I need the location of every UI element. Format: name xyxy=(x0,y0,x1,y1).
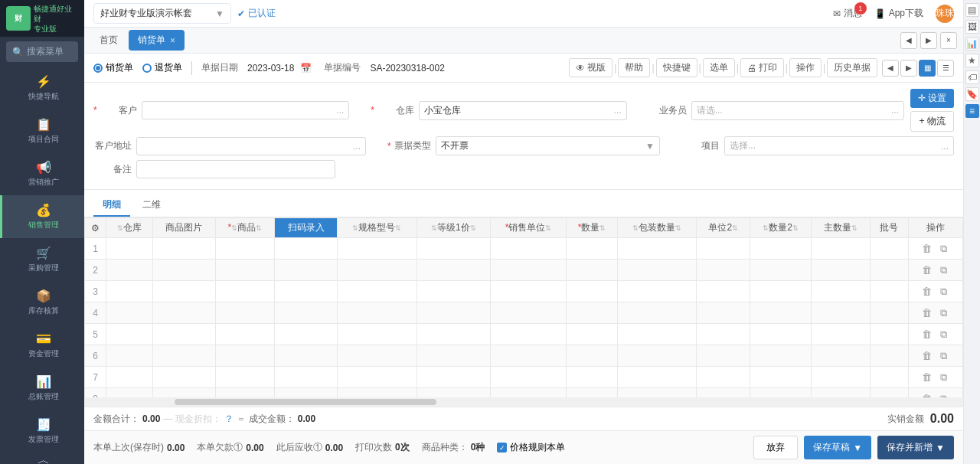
save-new-dropdown-icon[interactable]: ▼ xyxy=(936,443,945,453)
col-scan-header[interactable]: 扫码录入 xyxy=(275,218,338,238)
row-cell-7[interactable] xyxy=(491,388,567,398)
row-cell-4[interactable] xyxy=(275,345,338,367)
sidebar-item-quicknav[interactable]: ⚡ 快捷导航 xyxy=(0,67,84,109)
save-new-button[interactable]: 保存并新增 ▼ xyxy=(877,436,954,459)
row-delete-btn[interactable]: 🗑 xyxy=(920,306,934,320)
sidebar-item-finance[interactable]: 💳 资金管理 xyxy=(0,324,84,367)
warehouse-dots[interactable]: ... xyxy=(614,105,622,116)
row-cell-11[interactable] xyxy=(750,324,811,345)
row-cell-5[interactable] xyxy=(338,260,417,281)
row-cell-2[interactable] xyxy=(152,345,215,367)
row-cell-12[interactable] xyxy=(812,260,871,281)
row-cell-13[interactable] xyxy=(870,260,908,281)
row-cell-8[interactable] xyxy=(567,345,618,367)
row-cell-5[interactable] xyxy=(338,302,417,324)
row-cell-6[interactable] xyxy=(416,260,490,281)
salesperson-dots[interactable]: ... xyxy=(891,105,899,116)
row-cell-1[interactable] xyxy=(106,388,153,398)
row-cell-3[interactable] xyxy=(215,324,275,345)
row-actions-cell[interactable]: 🗑 ⧉ xyxy=(908,238,962,260)
rt-btn-active[interactable]: ≡ xyxy=(965,104,979,118)
sidebar-item-tax[interactable]: 🏛 税务管理 xyxy=(0,453,84,464)
history-button[interactable]: 历史单据 xyxy=(827,58,877,77)
row-cell-4[interactable] xyxy=(275,260,338,281)
row-cell-4[interactable] xyxy=(275,238,338,260)
row-cell-7[interactable] xyxy=(491,367,567,388)
row-cell-7[interactable] xyxy=(491,345,567,367)
project-dots[interactable]: ... xyxy=(941,141,949,152)
row-cell-3[interactable] xyxy=(215,388,275,398)
radio-sales-order[interactable]: 销货单 xyxy=(93,61,133,74)
app-download-button[interactable]: 📱 App下载 xyxy=(874,7,923,20)
row-cell-12[interactable] xyxy=(812,238,871,260)
row-delete-btn[interactable]: 🗑 xyxy=(920,349,934,363)
row-cell-10[interactable] xyxy=(697,238,750,260)
row-cell-1[interactable] xyxy=(106,367,153,388)
row-cell-3[interactable] xyxy=(215,260,275,281)
sidebar-item-purchase[interactable]: 🛒 采购管理 xyxy=(0,238,84,281)
row-cell-11[interactable] xyxy=(750,260,811,281)
row-delete-btn[interactable]: 🗑 xyxy=(920,328,934,341)
row-copy-btn[interactable]: ⧉ xyxy=(937,349,951,363)
tab-prev-button[interactable]: ◀ xyxy=(900,32,917,49)
row-cell-6[interactable] xyxy=(416,302,490,324)
row-cell-10[interactable] xyxy=(697,260,750,281)
row-cell-12[interactable] xyxy=(812,302,871,324)
row-cell-13[interactable] xyxy=(870,238,908,260)
row-cell-2[interactable] xyxy=(152,281,215,302)
row-actions-cell[interactable]: 🗑 ⧉ xyxy=(908,260,962,281)
row-actions-cell[interactable]: 🗑 ⧉ xyxy=(908,281,962,302)
row-actions-cell[interactable]: 🗑 ⧉ xyxy=(908,302,962,324)
tab-close-button[interactable]: × xyxy=(940,32,957,49)
row-cell-10[interactable] xyxy=(697,281,750,302)
row-cell-13[interactable] xyxy=(870,367,908,388)
row-cell-8[interactable] xyxy=(567,302,618,324)
tab-close-icon[interactable]: × xyxy=(170,35,175,46)
row-cell-4[interactable] xyxy=(275,367,338,388)
row-cell-9[interactable] xyxy=(617,260,697,281)
table-row[interactable]: 7 🗑 ⧉ xyxy=(85,367,963,388)
row-cell-10[interactable] xyxy=(697,324,750,345)
company-selector[interactable]: 好业财专业版演示帐套 ▼ xyxy=(93,3,231,24)
row-cell-3[interactable] xyxy=(215,238,275,260)
sidebar-item-sales[interactable]: 💰 销售管理 xyxy=(0,195,84,238)
scroll-thumb[interactable] xyxy=(175,399,436,405)
row-cell-5[interactable] xyxy=(338,324,417,345)
row-cell-13[interactable] xyxy=(870,345,908,367)
table-row[interactable]: 5 🗑 ⧉ xyxy=(85,324,963,345)
tab-home[interactable]: 首页 xyxy=(90,29,127,51)
row-cell-7[interactable] xyxy=(491,260,567,281)
row-copy-btn[interactable]: ⧉ xyxy=(937,328,951,341)
horizontal-scrollbar[interactable] xyxy=(84,397,963,407)
tab-detail[interactable]: 明细 xyxy=(93,194,130,217)
row-cell-10[interactable] xyxy=(697,367,750,388)
ops-button[interactable]: 操作 xyxy=(789,58,822,77)
row-cell-10[interactable] xyxy=(697,388,750,398)
row-delete-btn[interactable]: 🗑 xyxy=(920,371,934,384)
row-cell-6[interactable] xyxy=(416,238,490,260)
row-cell-5[interactable] xyxy=(338,238,417,260)
row-cell-13[interactable] xyxy=(870,388,908,398)
row-cell-1[interactable] xyxy=(106,302,153,324)
row-cell-1[interactable] xyxy=(106,345,153,367)
row-cell-2[interactable] xyxy=(152,238,215,260)
row-delete-btn[interactable]: 🗑 xyxy=(920,392,934,398)
row-cell-11[interactable] xyxy=(750,281,811,302)
address-input[interactable]: ... xyxy=(136,137,366,155)
row-cell-2[interactable] xyxy=(152,388,215,398)
row-delete-btn[interactable]: 🗑 xyxy=(920,263,934,277)
table-row[interactable]: 1 🗑 ⧉ xyxy=(85,238,963,260)
row-cell-10[interactable] xyxy=(697,302,750,324)
row-delete-btn[interactable]: 🗑 xyxy=(920,242,934,256)
settings-button[interactable]: ✛ 设置 xyxy=(910,89,954,108)
help-button[interactable]: 帮助 xyxy=(618,58,650,77)
row-cell-5[interactable] xyxy=(338,345,417,367)
view-button[interactable]: 👁视版 xyxy=(569,58,612,77)
row-cell-12[interactable] xyxy=(812,324,871,345)
row-cell-12[interactable] xyxy=(812,388,871,398)
row-cell-2[interactable] xyxy=(152,324,215,345)
row-cell-11[interactable] xyxy=(750,302,811,324)
customer-input[interactable]: ... xyxy=(142,101,350,119)
row-copy-btn[interactable]: ⧉ xyxy=(937,263,951,277)
shortcut-button[interactable]: 快捷键 xyxy=(656,58,697,77)
